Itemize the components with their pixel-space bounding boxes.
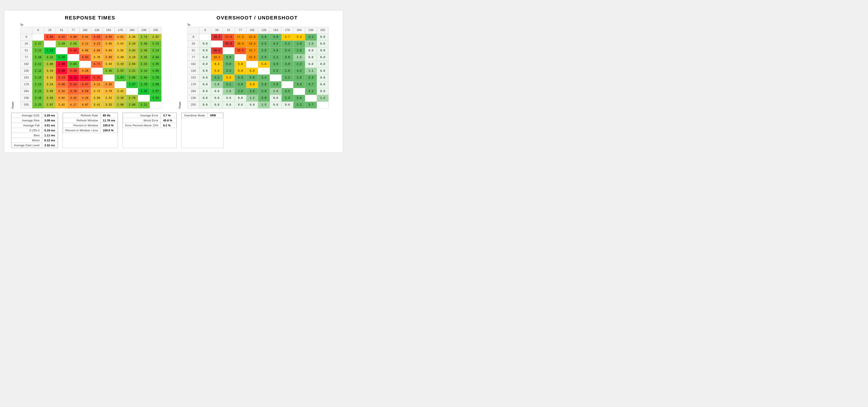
table-row: 2300.00.00.00.01.23.00.02.55.01.4 <box>188 95 329 101</box>
list-item: 4.97 <box>79 81 91 88</box>
list-item: 2.86 <box>44 61 56 68</box>
overshoot-title: OVERSHOOT / UNDERSHOOT <box>178 15 336 21</box>
list-item: 3.2 <box>305 88 317 95</box>
list-item: 3.0 <box>282 54 293 61</box>
list-item: 3.49 <box>115 54 126 61</box>
avg-rise-value: 3.08 ms <box>42 118 58 123</box>
avg-fall-row: Average Fall 3.51 ms <box>11 123 58 128</box>
list-item <box>199 34 211 40</box>
list-item: 3.44 <box>103 61 115 68</box>
list-item: 3.18 <box>44 68 56 74</box>
list-item: 2.23 <box>32 101 44 108</box>
list-item: 2.9 <box>258 47 270 54</box>
list-item <box>305 95 317 101</box>
refresh-window-row: Refresh Window 11.76 ms <box>63 118 118 123</box>
list-item: 0.0 <box>282 101 293 108</box>
best-label: Best <box>11 133 42 138</box>
avg-rise-label: Average Rise <box>11 118 42 123</box>
list-item <box>246 61 258 68</box>
list-item: 0.0 <box>199 40 211 47</box>
response-times-title: RESPONSE TIMES <box>11 15 169 21</box>
refresh-window-value: 11.76 ms <box>100 118 118 123</box>
list-item: 3.3 <box>223 68 235 74</box>
list-item: 0.0 <box>317 74 329 81</box>
list-item: 4.08 <box>91 47 103 54</box>
list-item: 2.21 <box>138 101 150 108</box>
overdrive-value: VRR <box>207 113 223 118</box>
list-item: 2.98 <box>115 101 126 108</box>
list-item: 0.0 <box>305 61 317 68</box>
overshoot-section: OVERSHOOT / UNDERSHOOT To From 026517710… <box>178 15 336 108</box>
list-item: 1.85 <box>150 68 162 74</box>
list-item: 14.5 <box>246 40 258 47</box>
list-item: 4.82 <box>79 54 91 61</box>
list-item: 4.01 <box>115 34 126 40</box>
list-item: 2.9 <box>293 40 305 47</box>
list-item: 2.03 <box>68 61 79 68</box>
list-item: 2.51 <box>126 68 138 74</box>
list-item <box>317 101 329 108</box>
list-item: 0.0 <box>199 68 211 74</box>
list-item: 3.10 <box>126 40 138 47</box>
list-item: 1.32 <box>138 88 150 95</box>
list-item: 2.6 <box>293 47 305 54</box>
list-item: 2.2 <box>270 54 282 61</box>
list-item: 3.19 <box>115 61 126 68</box>
list-item: 3.84 <box>103 47 115 54</box>
list-item <box>235 54 246 61</box>
list-item: 9.4 <box>211 61 223 68</box>
list-item: 4.9 <box>235 81 246 88</box>
list-item: 3.10 <box>115 95 126 101</box>
list-item: 5.7 <box>282 34 293 40</box>
list-item: 2.49 <box>138 47 150 54</box>
left-stats-table: Average G2G 3.29 ms Average Rise 3.08 ms… <box>11 113 58 148</box>
percent-in-window-row: Percent In Window 100.0 % <box>63 123 118 128</box>
list-item: 2.60 <box>126 101 138 108</box>
list-item: 3.1 <box>211 74 223 81</box>
list-item: 3.36 <box>126 34 138 40</box>
list-item: 0.0 <box>199 88 211 95</box>
table-row: 1532.133.325.136.125.845.311.832.081.941… <box>21 74 162 81</box>
percent-in-window-value: 100.0 % <box>100 123 118 128</box>
list-item: 1.6 <box>223 88 235 95</box>
list-item: 2.2 <box>293 101 305 108</box>
list-item: 3.4 <box>282 47 293 54</box>
list-item: 45.8 <box>223 40 235 47</box>
list-item: 3.0 <box>246 88 258 95</box>
list-item: 4.78 <box>68 88 79 95</box>
list-item: 2.9 <box>258 88 270 95</box>
list-item: 0.0 <box>317 40 329 47</box>
list-item: 3.72 <box>91 88 103 95</box>
list-item: 1.83 <box>115 74 126 81</box>
list-item: 1.5 <box>293 54 305 61</box>
overdrive-group: Overdrive Mode VRR <box>181 113 223 148</box>
overdrive-row: Overdrive Mode VRR <box>182 113 223 118</box>
right-stats-table: Average Error 4.7 % Worst Error 45.8 % E… <box>123 113 177 128</box>
list-item: 2.13 <box>32 74 44 81</box>
list-item: 3.53 <box>115 40 126 47</box>
list-item: 0.0 <box>270 95 282 101</box>
list-item: 3.19 <box>126 54 138 61</box>
list-item: 2.27 <box>32 40 44 47</box>
list-item: 2.46 <box>103 68 115 74</box>
worst-row: Worst 6.12 ms <box>11 138 58 143</box>
table-row: 1280.05.53.35.85.82.52.64.21.10.0 <box>188 68 329 74</box>
list-item: 5.8 <box>246 81 258 88</box>
overdrive-table: Overdrive Mode VRR <box>182 113 223 118</box>
list-item: 3.33 <box>103 101 115 108</box>
list-item: 4.26 <box>79 95 91 101</box>
list-item <box>150 101 162 108</box>
list-item: 2.16 <box>32 95 44 101</box>
list-item: 12.0 <box>246 34 258 40</box>
list-item: 40.0 <box>211 47 223 54</box>
list-item: 5.3 <box>293 34 305 40</box>
avg-g2g-label: Average G2G <box>11 113 42 118</box>
list-item: 2.14 <box>138 68 150 74</box>
worst-error-row: Worst Error 45.8 % <box>123 118 177 123</box>
list-item <box>211 40 223 47</box>
list-item: 1.2 <box>246 95 258 101</box>
list-item: 0.0 <box>317 88 329 95</box>
avg-dark-label: Average Dark Level <box>11 143 42 148</box>
percent-in-window-plus-value: 100.0 % <box>100 128 118 133</box>
list-item: 1.25 <box>56 54 68 61</box>
